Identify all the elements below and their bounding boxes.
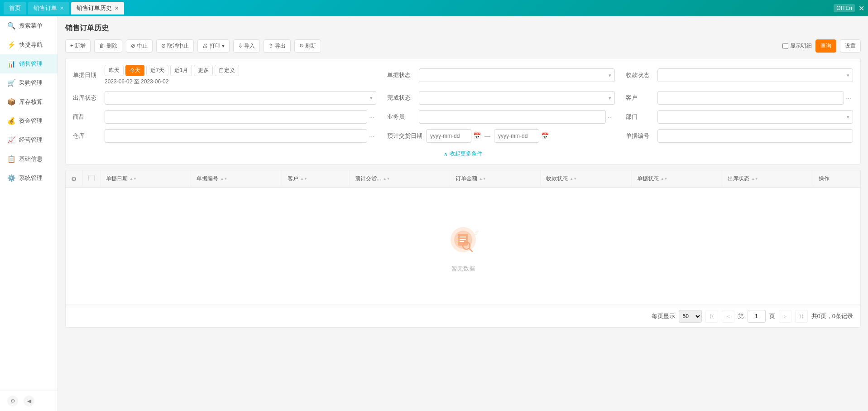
- often-label: OfTEn: [834, 4, 855, 12]
- th-amount[interactable]: 订单金额 ▲▼: [450, 170, 540, 188]
- print-button[interactable]: 🖨 打印 ▾: [197, 39, 230, 53]
- export-button[interactable]: ⇪ 导出: [264, 39, 290, 53]
- total-info: 共0页，0条记录: [811, 312, 853, 320]
- display-cols-checkbox[interactable]: 显示明细: [782, 42, 812, 50]
- th-number[interactable]: 单据编号 ▲▼: [191, 170, 282, 188]
- sidebar-item-inventory[interactable]: 📦 库存核算: [0, 92, 58, 111]
- filter-select-complete-status[interactable]: [419, 91, 615, 105]
- content-area: 销售订单历史 + 新增 🗑 删除 ⊘ 中止 ⊘ 取消中止 🖨 打印 ▾ ⇩ 导入…: [58, 16, 868, 411]
- stop-button[interactable]: ⊘ 中止: [126, 39, 153, 53]
- new-button[interactable]: + 新增: [65, 39, 91, 53]
- toolbar: + 新增 🗑 删除 ⊘ 中止 ⊘ 取消中止 🖨 打印 ▾ ⇩ 导入 ⇪ 导出 ↻…: [65, 39, 861, 53]
- tab-sales-order-history-close[interactable]: ✕: [115, 5, 119, 11]
- th-delivery-date[interactable]: 预计交货... ▲▼: [349, 170, 450, 188]
- th-settings[interactable]: ⚙: [66, 170, 83, 188]
- sidebar-item-finance[interactable]: 💰 资金管理: [0, 111, 58, 131]
- filter-select-department[interactable]: [657, 110, 854, 124]
- cancel-stop-button[interactable]: ⊘ 取消中止: [156, 39, 194, 53]
- filter-row-3: 商品 ··· 业务员 ··· 部门: [73, 110, 853, 124]
- sidebar-item-system-mgmt[interactable]: ⚙️ 系统管理: [0, 169, 58, 188]
- th-order-status[interactable]: 单据状态 ▲▼: [631, 170, 722, 188]
- next-page-button[interactable]: ＞: [779, 310, 791, 323]
- sidebar-item-search-menu[interactable]: 🔍 搜索菜单: [0, 16, 58, 35]
- th-payment-status[interactable]: 收款状态 ▲▼: [541, 170, 631, 188]
- th-checkbox[interactable]: [83, 170, 101, 188]
- th-delivery-status[interactable]: 出库状态 ▲▼: [722, 170, 813, 188]
- query-button[interactable]: 查询: [815, 39, 836, 53]
- filter-label-delivery-date: 预计交货日期: [387, 132, 426, 140]
- purchase-mgmt-icon: 🛒: [7, 79, 15, 87]
- sidebar-item-quick-nav[interactable]: ⚡ 快捷导航: [0, 35, 58, 54]
- filter-input-product[interactable]: [105, 110, 367, 124]
- th-date[interactable]: 单据日期 ▲▼: [101, 170, 191, 188]
- delivery-date-to-input[interactable]: [494, 129, 539, 143]
- quick-nav-icon: ⚡: [7, 41, 15, 49]
- settings-gear-icon[interactable]: ⚙: [71, 175, 77, 183]
- sidebar-settings-icon[interactable]: ⚙: [7, 396, 18, 406]
- filter-label-outstock-status: 出库状态: [73, 94, 105, 102]
- page-number-input[interactable]: [748, 310, 766, 323]
- delete-button[interactable]: 🗑 删除: [94, 39, 122, 53]
- th-date-sort: 单据日期 ▲▼: [106, 175, 185, 183]
- filter-input-warehouse[interactable]: [105, 129, 367, 143]
- date-btn-7days[interactable]: 近7天: [146, 65, 168, 76]
- date-btn-custom[interactable]: 自定义: [215, 65, 239, 76]
- filter-item-customer: 客户 ···: [626, 91, 854, 105]
- customer-dots-icon[interactable]: ···: [844, 94, 853, 102]
- tab-sales-order-close[interactable]: ✕: [60, 5, 64, 11]
- filter-select-payment-status[interactable]: [657, 68, 854, 82]
- tab-home[interactable]: 首页: [4, 2, 26, 15]
- filter-item-payment-status: 收款状态 ▾: [626, 68, 854, 82]
- date-btn-more[interactable]: 更多: [194, 65, 213, 76]
- delivery-date-to-calendar-icon[interactable]: 📅: [541, 132, 549, 140]
- sidebar-item-purchase-mgmt[interactable]: 🛒 采购管理: [0, 73, 58, 92]
- filter-input-salesperson[interactable]: [419, 110, 606, 124]
- tab-sales-order-history[interactable]: 销售订单历史 ✕: [71, 2, 124, 15]
- sidebar-item-inventory-label: 库存核算: [19, 98, 43, 106]
- collapse-icon: ∧: [444, 151, 448, 157]
- filter-row-1: 单据日期 昨天 今天 近7天 近1月 更多 自定义 2023-06-02 至 2…: [73, 65, 853, 86]
- date-btn-1month[interactable]: 近1月: [170, 65, 192, 76]
- filter-control-payment-status: ▾: [657, 68, 854, 82]
- sidebar-item-operations[interactable]: 📈 经营管理: [0, 131, 58, 150]
- sidebar-collapse-icon[interactable]: ◀: [24, 396, 34, 406]
- display-cols-input[interactable]: [782, 43, 788, 49]
- first-page-button[interactable]: ⟨⟨: [705, 310, 718, 323]
- sidebar-item-sales-mgmt[interactable]: 📊 销售管理: [0, 54, 58, 73]
- salesperson-dots-icon[interactable]: ···: [606, 113, 615, 121]
- th-amount-label: 订单金额: [456, 175, 477, 183]
- import-button[interactable]: ⇩ 导入: [233, 39, 260, 53]
- top-bar-right: OfTEn ✕: [834, 4, 864, 13]
- prev-page-button[interactable]: ＜: [722, 310, 734, 323]
- settings-button[interactable]: 设置: [840, 39, 861, 53]
- filter-select-outstock-status[interactable]: [105, 91, 376, 105]
- last-page-button[interactable]: ⟩⟩: [795, 310, 808, 323]
- filter-input-customer[interactable]: [657, 91, 844, 105]
- empty-cell: 暂无数据: [66, 188, 860, 305]
- date-btn-today[interactable]: 今天: [125, 65, 144, 76]
- top-bar: 首页 销售订单 ✕ 销售订单历史 ✕ OfTEn ✕: [0, 0, 868, 16]
- filter-input-doc-number[interactable]: [657, 129, 854, 143]
- select-all-checkbox[interactable]: [88, 175, 95, 181]
- window-close-icon[interactable]: ✕: [858, 4, 864, 13]
- tab-sales-order[interactable]: 销售订单 ✕: [28, 2, 69, 15]
- th-payment-status-label: 收款状态: [546, 175, 568, 183]
- date-range-dash: —: [483, 133, 492, 140]
- filter-item-order-status: 单据状态 ▾: [387, 68, 615, 82]
- filter-row-2: 出库状态 ▾ 完成状态 ▾: [73, 91, 853, 105]
- refresh-button[interactable]: ↻ 刷新: [294, 39, 321, 53]
- finance-icon: 💰: [7, 117, 15, 125]
- date-btn-yesterday[interactable]: 昨天: [105, 65, 124, 76]
- filter-select-order-status[interactable]: [419, 68, 615, 82]
- th-customer[interactable]: 客户 ▲▼: [282, 170, 349, 188]
- delivery-date-from-input[interactable]: [426, 129, 471, 143]
- page-size-select[interactable]: 20 50 100: [679, 310, 702, 323]
- th-customer-sort: 客户 ▲▼: [288, 175, 344, 183]
- warehouse-dots-icon[interactable]: ···: [367, 132, 376, 140]
- th-delivery-status-sort: 出库状态 ▲▼: [728, 175, 807, 183]
- sidebar-item-base-info[interactable]: 📋 基础信息: [0, 150, 58, 169]
- collapse-row[interactable]: ∧ 收起更多条件: [73, 148, 853, 158]
- product-dots-icon[interactable]: ···: [367, 113, 376, 121]
- delivery-date-from-calendar-icon[interactable]: 📅: [473, 132, 481, 140]
- delivery-date-sort-arrows-icon: ▲▼: [383, 177, 390, 181]
